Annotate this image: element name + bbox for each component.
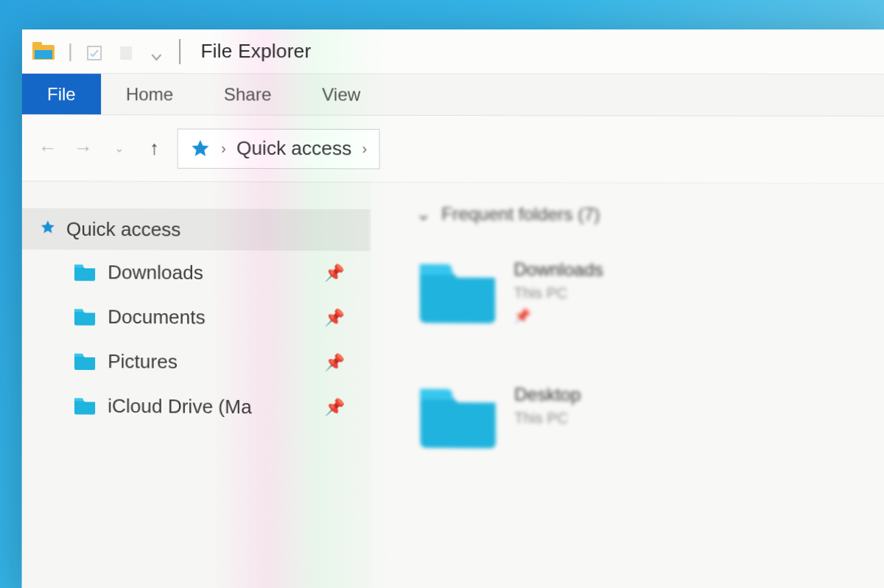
svg-rect-1 (32, 42, 42, 49)
breadcrumb-root[interactable]: Quick access (236, 137, 351, 161)
tile-location: This PC (513, 284, 603, 302)
tile-name: Downloads (513, 259, 603, 281)
tab-file[interactable]: File (22, 74, 101, 114)
group-header-label: Frequent folders (7) (441, 203, 600, 225)
sidebar-item-downloads[interactable]: Downloads 📌 (22, 250, 371, 296)
pin-star-icon (40, 217, 56, 240)
group-frequent-folders[interactable]: ⌄ Frequent folders (7) (416, 203, 884, 226)
sidebar-item-icloud-drive[interactable]: iCloud Drive (Ma 📌 (22, 383, 372, 430)
pin-icon: 📌 (324, 264, 344, 283)
ribbon-tabs: File Home Share View (22, 74, 884, 116)
pin-icon: 📌 (324, 398, 344, 418)
file-explorer-window: | File Explorer File Home Share View ← →… (22, 29, 884, 588)
folder-tile-desktop[interactable]: Desktop This PC (416, 383, 580, 449)
tab-home-label: Home (126, 84, 173, 105)
folder-icon (416, 259, 499, 323)
pin-icon: 📌 (514, 308, 604, 325)
nav-back-icon[interactable]: ← (35, 136, 60, 159)
nav-history-dropdown-icon[interactable]: ⌄ (106, 141, 131, 155)
address-bar[interactable]: › Quick access › (178, 128, 380, 169)
tab-view[interactable]: View (297, 74, 386, 115)
tab-share-label: Share (224, 84, 272, 105)
explorer-body: Quick access Downloads 📌 Documents 📌 (22, 181, 884, 588)
folder-icon (74, 307, 96, 325)
qat-new-folder-icon[interactable] (119, 43, 135, 60)
tab-file-label: File (47, 84, 76, 105)
sidebar-item-label: iCloud Drive (Ma (108, 394, 251, 419)
folder-icon (416, 383, 499, 448)
sidebar-item-label: Downloads (108, 261, 203, 284)
sidebar-quick-access[interactable]: Quick access (22, 208, 371, 251)
content-pane: ⌄ Frequent folders (7) Downloads This PC… (371, 183, 884, 588)
file-explorer-icon (32, 42, 55, 61)
pin-icon: 📌 (324, 353, 344, 373)
tab-view-label: View (322, 84, 360, 105)
navigation-pane: Quick access Downloads 📌 Documents 📌 (22, 181, 373, 588)
sidebar-item-pictures[interactable]: Pictures 📌 (22, 338, 372, 385)
svg-rect-3 (88, 46, 101, 60)
sidebar-item-label: Pictures (108, 350, 178, 374)
quick-access-toolbar (86, 43, 161, 60)
tab-home[interactable]: Home (101, 74, 199, 114)
nav-forward-icon[interactable]: → (71, 136, 96, 159)
qat-properties-icon[interactable] (86, 43, 102, 60)
svg-rect-4 (120, 46, 132, 60)
folder-icon (74, 396, 96, 414)
tile-location: This PC (514, 410, 580, 427)
chevron-down-icon[interactable]: ⌄ (416, 203, 431, 224)
window-title: File Explorer (200, 40, 311, 63)
titlebar: | File Explorer (22, 29, 884, 74)
quick-access-star-icon (190, 138, 211, 158)
folder-icon (74, 352, 96, 370)
tab-share[interactable]: Share (198, 74, 296, 114)
pin-icon: 📌 (324, 308, 344, 327)
navigation-bar: ← → ⌄ ↑ › Quick access › (22, 115, 884, 184)
qat-dropdown-icon[interactable] (151, 43, 161, 60)
folder-tile-downloads[interactable]: Downloads This PC 📌 (416, 259, 603, 325)
chevron-right-icon[interactable]: › (362, 140, 367, 157)
sidebar-item-documents[interactable]: Documents 📌 (22, 294, 371, 340)
tile-name: Desktop (514, 384, 580, 405)
sidebar-item-label: Documents (108, 305, 206, 329)
svg-rect-2 (35, 50, 52, 59)
folder-icon (74, 263, 96, 281)
title-separator (179, 39, 180, 64)
chevron-right-icon[interactable]: › (221, 140, 226, 157)
nav-up-icon[interactable]: ↑ (141, 136, 166, 159)
sidebar-header-label: Quick access (66, 217, 180, 241)
